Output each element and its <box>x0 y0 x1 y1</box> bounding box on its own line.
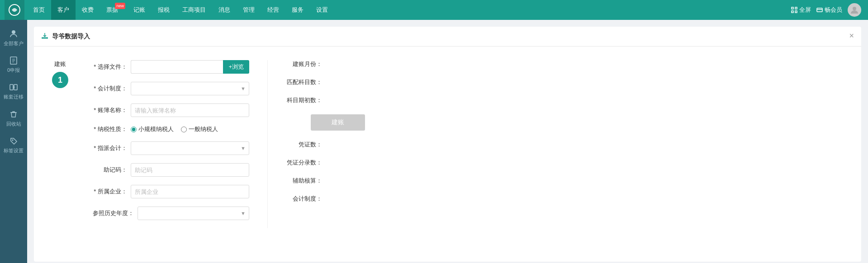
accounting-system-select[interactable] <box>131 82 249 95</box>
nav-item-tax[interactable]: 报税 <box>152 0 176 20</box>
memo-input[interactable] <box>131 163 249 177</box>
tax-type-row: * 纳税性质： 小规模纳税人 一般纳税人 <box>91 125 249 133</box>
main-content: 导爷数据导入 × 建账 1 * 选择文件： +浏览 <box>27 20 868 263</box>
user-avatar[interactable] <box>848 3 861 17</box>
panel-close-button[interactable]: × <box>849 31 854 41</box>
tax-type-radio-group: 小规模纳税人 一般纳税人 <box>131 125 249 133</box>
memo-row: 助记码： <box>91 163 249 177</box>
svg-point-11 <box>12 139 14 141</box>
history-year-select-wrap: ▼ <box>138 207 249 220</box>
ledger-name-row: * 账簿名称： <box>91 103 249 117</box>
svg-rect-3 <box>792 11 793 13</box>
file-input[interactable] <box>131 60 223 74</box>
nav-item-fees[interactable]: 收费 <box>76 0 100 20</box>
svg-point-7 <box>12 30 15 34</box>
build-btn-wrap: 建账 <box>281 114 394 131</box>
match-subjects-label: 匹配科目数： <box>281 78 322 86</box>
tag-icon <box>9 136 19 146</box>
svg-rect-5 <box>817 8 822 12</box>
assign-accountant-row: * 指派会计： ▼ <box>91 141 249 155</box>
nav-menu: 首页 客户 收费 票据 new 记账 报税 工商项目 消息 管理 经营 服务 设… <box>27 0 334 20</box>
vouchers-label: 凭证数： <box>281 141 322 149</box>
ledger-name-input[interactable] <box>131 103 249 117</box>
membership-button[interactable]: 畅会员 <box>816 6 842 14</box>
assign-accountant-label: * 指派会计： <box>91 144 127 152</box>
import-panel: 导爷数据导入 × 建账 1 * 选择文件： +浏览 <box>34 27 861 262</box>
vouchers-row: 凭证数： <box>281 141 394 149</box>
new-badge: new <box>115 3 125 9</box>
accounting-system-select-wrap: ▼ <box>131 82 249 95</box>
subject-initial-row: 科目期初数： <box>281 96 394 104</box>
svg-rect-9 <box>10 85 13 90</box>
svg-rect-2 <box>795 7 797 9</box>
sidebar-label-tag-settings: 标签设置 <box>4 148 24 154</box>
memo-label: 助记码： <box>91 166 127 174</box>
sidebar-label-all-customers: 全部客户 <box>4 41 24 47</box>
nav-right: 全屏 畅会员 <box>791 3 868 17</box>
report-icon <box>9 56 19 66</box>
import-icon <box>41 32 48 41</box>
form-left: * 选择文件： +浏览 * 会计制度： ▼ <box>91 60 249 228</box>
nav-item-operations[interactable]: 经营 <box>261 0 285 20</box>
subject-initial-label: 科目期初数： <box>281 96 322 104</box>
radio-small-taxpayer[interactable]: 小规模纳税人 <box>131 125 174 133</box>
file-row: * 选择文件： +浏览 <box>91 60 249 74</box>
accounting-system-info-label: 会计制度： <box>281 195 322 203</box>
top-navigation: 首页 客户 收费 票据 new 记账 报税 工商项目 消息 管理 经营 服务 设… <box>0 0 868 20</box>
form-area: 建账 1 * 选择文件： +浏览 * 会计制度： <box>34 47 861 242</box>
nav-item-home[interactable]: 首页 <box>27 0 51 20</box>
accounting-system-label: * 会计制度： <box>91 85 127 93</box>
nav-item-settings[interactable]: 设置 <box>310 0 334 20</box>
sidebar-item-trash[interactable]: 回收站 <box>0 105 27 131</box>
nav-item-invoices[interactable]: 票据 new <box>100 0 127 20</box>
affiliated-company-row: * 所属企业： <box>91 185 249 198</box>
assign-accountant-select-wrap: ▼ <box>131 141 249 155</box>
logo[interactable] <box>5 0 24 20</box>
form-right: 建账月份： 匹配科目数： 科目期初数： 建账 <box>267 60 394 228</box>
nav-item-management[interactable]: 管理 <box>237 0 261 20</box>
sidebar: 全部客户 0申报 账套迁移 回收站 标签设置 <box>0 20 27 263</box>
assign-accountant-select[interactable] <box>131 141 249 155</box>
voucher-entries-row: 凭证分录数： <box>281 159 394 167</box>
sidebar-label-declarations: 0申报 <box>7 67 20 73</box>
sidebar-item-declarations[interactable]: 0申报 <box>0 51 27 77</box>
nav-item-accounts[interactable]: 记账 <box>127 0 152 20</box>
nav-item-messages[interactable]: 消息 <box>212 0 237 20</box>
file-input-group: +浏览 <box>131 60 249 74</box>
accounting-system-row: * 会计制度： ▼ <box>91 82 249 95</box>
account-month-label: 建账月份： <box>281 60 322 68</box>
sidebar-item-account-migration[interactable]: 账套迁移 <box>0 78 27 103</box>
ledger-name-label: * 账簿名称： <box>91 106 127 114</box>
nav-item-customers[interactable]: 客户 <box>51 0 76 20</box>
affiliated-company-label: * 所属企业： <box>91 188 127 196</box>
panel-header: 导爷数据导入 <box>34 27 861 47</box>
sidebar-item-all-customers[interactable]: 全部客户 <box>0 24 27 50</box>
radio-small-taxpayer-label: 小规模纳税人 <box>138 125 174 133</box>
step-label: 建账 <box>54 60 66 68</box>
auxiliary-accounting-row: 辅助核算： <box>281 177 394 185</box>
auxiliary-accounting-label: 辅助核算： <box>281 177 322 185</box>
migrate-icon <box>9 82 19 92</box>
svg-point-6 <box>853 7 856 10</box>
build-account-button[interactable]: 建账 <box>311 114 365 131</box>
history-year-select[interactable] <box>138 207 249 220</box>
history-year-row: 参照历史年度： ▼ <box>91 207 249 220</box>
fullscreen-button[interactable]: 全屏 <box>791 6 811 14</box>
person-icon <box>9 29 19 39</box>
affiliated-company-input[interactable] <box>131 185 249 198</box>
nav-item-business[interactable]: 工商项目 <box>176 0 212 20</box>
main-layout: 全部客户 0申报 账套迁移 回收站 标签设置 <box>0 20 868 263</box>
trash-icon <box>9 109 19 119</box>
sidebar-item-tag-settings[interactable]: 标签设置 <box>0 132 27 157</box>
svg-rect-4 <box>795 11 797 13</box>
radio-general-taxpayer-label: 一般纳税人 <box>189 125 218 133</box>
step-circle: 1 <box>52 72 68 88</box>
file-label: * 选择文件： <box>91 63 127 71</box>
accounting-system-info-row: 会计制度： <box>281 195 394 203</box>
svg-rect-1 <box>792 7 793 9</box>
radio-general-taxpayer[interactable]: 一般纳税人 <box>181 125 218 133</box>
panel-title: 导爷数据导入 <box>52 33 90 41</box>
browse-button[interactable]: +浏览 <box>223 60 249 74</box>
nav-item-services[interactable]: 服务 <box>285 0 310 20</box>
voucher-entries-label: 凭证分录数： <box>281 159 322 167</box>
